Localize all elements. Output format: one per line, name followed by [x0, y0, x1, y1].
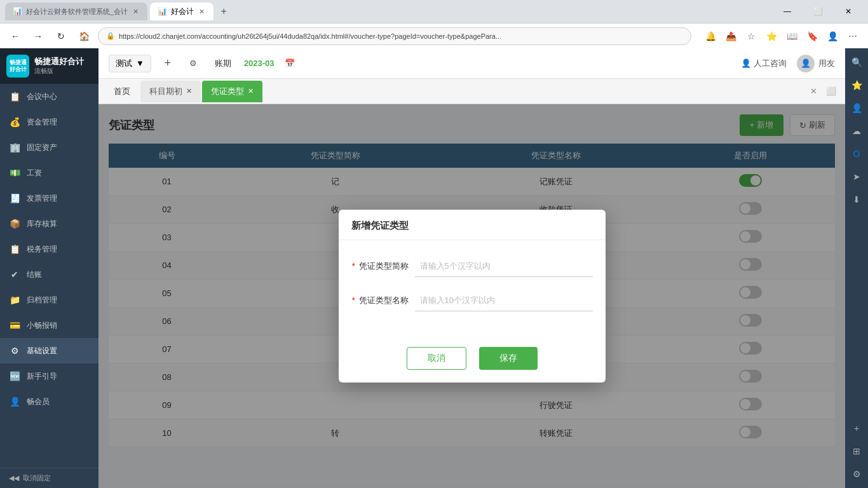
consult-label: 人工咨询 [754, 58, 787, 69]
user-label: 用友 [818, 58, 835, 69]
sidebar-item-expense[interactable]: 💳 小畅报销 [0, 313, 98, 338]
sidebar-item-archive[interactable]: 📁 归档管理 [0, 287, 98, 313]
app-topbar: 测试 ▼ + ⚙ 账期 2023-03 📅 👤 人工咨询 👤 用友 [98, 48, 845, 79]
period-calendar-icon[interactable]: 📅 [285, 58, 295, 68]
tab-home[interactable]: 首页 [105, 81, 139, 102]
maximize-button[interactable]: ⬜ [803, 0, 832, 23]
add-workspace-button[interactable]: + [159, 55, 177, 72]
new-tab-button[interactable]: + [216, 4, 231, 19]
sidebar-toggle[interactable]: ⭐ [763, 27, 780, 45]
right-panel-arrow[interactable]: ➤ [848, 168, 865, 186]
sidebar: 畅捷通好合计 畅捷通好合计 流畅版 📋 会议中心 💰 资金管理 🏢 固定资产 💵 [0, 48, 98, 488]
home-button[interactable]: 🏠 [75, 27, 93, 45]
url-input[interactable]: 🔒 https://cloud2.chanjet.com/accounting/… [98, 27, 691, 45]
sidebar-item-label: 基础设置 [27, 346, 57, 356]
workspace-chevron: ▼ [136, 58, 144, 68]
member-icon: 👤 [9, 396, 20, 407]
page-content: 凭证类型 + 新增 ↻ 刷新 编号 凭证类型简称 凭证类型名称 是否启用 [98, 104, 845, 488]
modal-title: 新增凭证类型 [351, 220, 409, 231]
basic-icon: ⚙ [9, 345, 20, 356]
modal-dialog: 新增凭证类型 * 凭证类型简称 * [339, 210, 606, 383]
name-input[interactable] [415, 290, 593, 311]
period-label: 账期 [215, 58, 231, 69]
forward-button[interactable]: → [29, 27, 47, 45]
browser-frame: 📊 好会计云财务软件管理系统_会计 ✕ 📊 好会计 ✕ + — ⬜ ✕ ← → … [0, 0, 868, 48]
refresh-button[interactable]: ↻ [52, 27, 70, 45]
sidebar-item-label: 新手引导 [27, 371, 57, 382]
settings-button[interactable]: ⚙ [184, 55, 202, 72]
sidebar-item-label: 会议中心 [27, 92, 57, 102]
save-button[interactable]: 保存 [479, 347, 538, 370]
bookmark-button[interactable]: ☆ [742, 27, 760, 45]
right-panel-cloud[interactable]: ☁ [848, 122, 865, 140]
tab-minimize-icon[interactable]: ✕ [806, 84, 821, 99]
user-button[interactable]: 👤 用友 [797, 55, 835, 72]
sidebar-item-dashboard[interactable]: 📋 会议中心 [0, 84, 98, 109]
tab-expand-icon[interactable]: ⬜ [824, 84, 839, 99]
right-panel-grid[interactable]: ⊞ [848, 442, 865, 460]
tab-subjects-close[interactable]: ✕ [186, 87, 192, 95]
consult-button[interactable]: 👤 人工咨询 [741, 58, 787, 69]
right-panel-search[interactable]: 🔍 [848, 53, 865, 71]
sidebar-item-label: 发票管理 [27, 193, 57, 204]
abbr-input[interactable] [415, 255, 593, 277]
extensions-button[interactable]: 🔔 [702, 27, 719, 45]
sidebar-collapse-button[interactable]: ◀◀ 取消固定 [0, 468, 98, 488]
tab2-close[interactable]: ✕ [198, 6, 206, 17]
name-form-row: * 凭证类型名称 [351, 290, 593, 311]
sidebar-brand-title: 畅捷通好合计 [34, 57, 84, 67]
tab-voucher-close[interactable]: ✕ [248, 87, 254, 95]
close-button[interactable]: ✕ [834, 0, 863, 23]
right-panel-settings[interactable]: ⚙ [848, 465, 865, 483]
fixed-assets-icon: 🏢 [9, 142, 20, 153]
tab1-close[interactable]: ✕ [132, 6, 140, 17]
user-profile-button[interactable]: 👤 [824, 27, 841, 45]
consult-icon: 👤 [741, 58, 751, 68]
sidebar-item-tax[interactable]: 📋 税务管理 [0, 236, 98, 262]
minimize-button[interactable]: — [773, 0, 802, 23]
sidebar-item-member[interactable]: 👤 畅会员 [0, 389, 98, 414]
share-button[interactable]: 📤 [722, 27, 740, 45]
sidebar-item-salary[interactable]: 💵 工资 [0, 160, 98, 186]
sidebar-item-fixed-assets[interactable]: 🏢 固定资产 [0, 135, 98, 160]
user-avatar: 👤 [797, 55, 815, 72]
sidebar-item-label: 归档管理 [27, 295, 57, 306]
inventory-icon: 📦 [9, 218, 20, 229]
sidebar-item-inventory[interactable]: 📦 库存核算 [0, 211, 98, 236]
cancel-button[interactable]: 取消 [407, 347, 466, 370]
guide-icon: 🆕 [9, 370, 20, 382]
sidebar-item-settle[interactable]: ✔ 结账 [0, 262, 98, 287]
abbr-required-star: * [352, 261, 355, 271]
right-panel-user[interactable]: 👤 [848, 99, 865, 117]
lock-icon: 🔒 [106, 32, 115, 40]
name-required-star: * [352, 295, 355, 305]
sidebar-item-guide[interactable]: 🆕 新手引导 [0, 363, 98, 389]
right-panel-star[interactable]: ⭐ [848, 76, 865, 94]
browser-tab-2[interactable]: 📊 好会计 ✕ [150, 3, 214, 20]
tab-subjects-label: 科目期初 [149, 86, 182, 97]
right-panel-outlook[interactable]: O [848, 145, 865, 163]
sidebar-item-invoice[interactable]: 🧾 发票管理 [0, 186, 98, 211]
sidebar-item-basic[interactable]: ⚙ 基础设置 [0, 338, 98, 363]
right-panel-download[interactable]: ⬇ [848, 191, 865, 208]
collapse-icon: ◀◀ [9, 474, 19, 482]
tab-voucher-type[interactable]: 凭证类型 ✕ [202, 81, 262, 102]
sidebar-item-label: 资金管理 [27, 117, 57, 128]
content-tabs: 首页 科目期初 ✕ 凭证类型 ✕ ✕ ⬜ [98, 79, 845, 104]
browser-tab-1[interactable]: 📊 好会计云财务软件管理系统_会计 ✕ [5, 3, 147, 20]
collections-button[interactable]: 🔖 [803, 27, 821, 45]
back-button[interactable]: ← [6, 27, 24, 45]
tab2-favicon: 📊 [158, 7, 167, 16]
tax-icon: 📋 [9, 243, 20, 255]
workspace-selector[interactable]: 测试 ▼ [109, 55, 151, 72]
app-container: 畅捷通好合计 畅捷通好合计 流畅版 📋 会议中心 💰 资金管理 🏢 固定资产 💵 [0, 48, 868, 488]
tab-home-label: 首页 [114, 86, 130, 97]
address-bar: ← → ↻ 🏠 🔒 https://cloud2.chanjet.com/acc… [0, 23, 868, 48]
reader-button[interactable]: 📖 [783, 27, 801, 45]
sidebar-item-label: 畅会员 [27, 396, 50, 407]
sidebar-item-capital[interactable]: 💰 资金管理 [0, 109, 98, 135]
right-panel-plus[interactable]: + [848, 419, 865, 437]
dashboard-icon: 📋 [9, 91, 20, 102]
tab-subjects[interactable]: 科目期初 ✕ [140, 81, 201, 102]
menu-button[interactable]: ⋯ [844, 27, 862, 45]
